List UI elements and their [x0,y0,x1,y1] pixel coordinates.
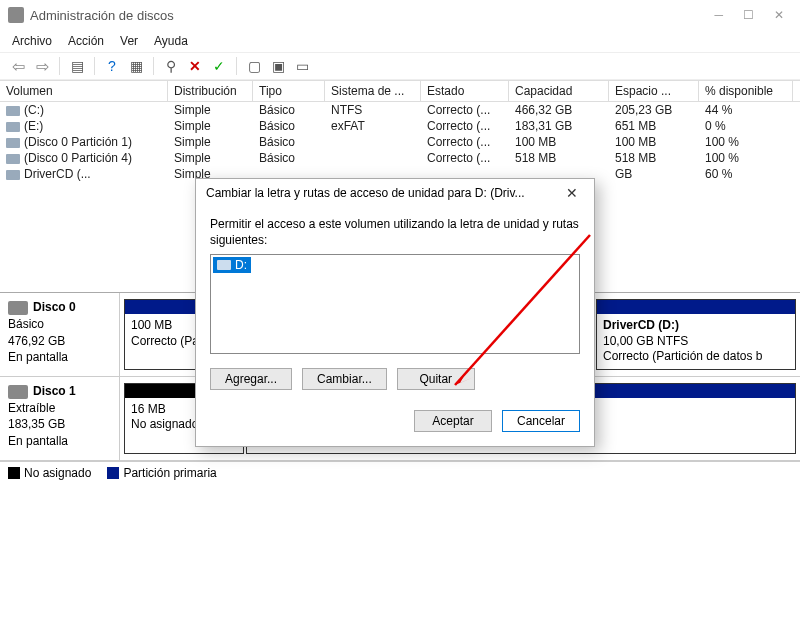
add-button[interactable]: Agregar... [210,368,292,390]
refresh-icon[interactable]: ⚲ [161,56,181,76]
menubar: Archivo Acción Ver Ayuda [0,30,800,52]
partition[interactable]: DriverCD (D:) 10,00 GB NTFS Correcto (Pa… [596,299,796,370]
menu-help[interactable]: Ayuda [154,34,188,48]
col-freespace[interactable]: Espacio ... [609,81,699,101]
col-percent[interactable]: % disponible [699,81,793,101]
menu-file[interactable]: Archivo [12,34,52,48]
change-button[interactable]: Cambiar... [302,368,387,390]
volume-icon [6,154,20,164]
volume-icon [6,122,20,132]
drive-icon [217,260,231,270]
remove-button[interactable]: Quitar [397,368,475,390]
folder-icon[interactable]: ▣ [268,56,288,76]
table-row[interactable]: (Disco 0 Partición 4) Simple Básico Corr… [0,150,800,166]
help-icon[interactable]: ? [102,56,122,76]
new-icon[interactable]: ▢ [244,56,264,76]
table-row[interactable]: (E:) Simple Básico exFAT Correcto (... 1… [0,118,800,134]
maximize-button[interactable]: ☐ [743,8,754,22]
app-icon [8,7,24,23]
dialog-close-button[interactable]: ✕ [560,185,584,201]
legend-swatch-primary [107,467,119,479]
col-capacity[interactable]: Capacidad [509,81,609,101]
toolbar: ⇦ ⇨ ▤ ? ▦ ⚲ ✕ ✓ ▢ ▣ ▭ [0,52,800,80]
col-volume[interactable]: Volumen [0,81,168,101]
volume-icon [6,170,20,180]
back-button[interactable]: ⇦ [8,56,28,76]
window-title: Administración de discos [30,8,714,23]
col-layout[interactable]: Distribución [168,81,253,101]
cancel-button[interactable]: Cancelar [502,410,580,432]
legend-swatch-unallocated [8,467,20,479]
dialog-instruction: Permitir el acceso a este volumen utiliz… [210,217,580,248]
volume-table-header: Volumen Distribución Tipo Sistema de ...… [0,80,800,102]
volume-icon [6,106,20,116]
col-status[interactable]: Estado [421,81,509,101]
details-icon[interactable]: ▦ [126,56,146,76]
menu-view[interactable]: Ver [120,34,138,48]
ok-button[interactable]: Aceptar [414,410,492,432]
disk-icon [8,301,28,315]
col-filesystem[interactable]: Sistema de ... [325,81,421,101]
view-list-icon[interactable]: ▤ [67,56,87,76]
legend: No asignado Partición primaria [0,461,800,484]
titlebar: Administración de discos ─ ☐ ✕ [0,0,800,30]
volume-icon [6,138,20,148]
change-drive-letter-dialog: Cambiar la letra y rutas de acceso de un… [195,178,595,447]
check-icon[interactable]: ✓ [209,56,229,76]
disk-icon [8,385,28,399]
disk-label[interactable]: Disco 1 Extraíble 183,35 GB En pantalla [0,377,120,460]
dialog-title: Cambiar la letra y rutas de acceso de un… [206,186,560,200]
drive-letter-listbox[interactable]: D: [210,254,580,354]
col-type[interactable]: Tipo [253,81,325,101]
list-item[interactable]: D: [213,257,251,273]
minimize-button[interactable]: ─ [714,8,723,22]
properties-icon[interactable]: ▭ [292,56,312,76]
volume-table-body: (C:) Simple Básico NTFS Correcto (... 46… [0,102,800,182]
forward-button[interactable]: ⇨ [32,56,52,76]
table-row[interactable]: (Disco 0 Partición 1) Simple Básico Corr… [0,134,800,150]
close-button[interactable]: ✕ [774,8,784,22]
delete-icon[interactable]: ✕ [185,56,205,76]
menu-action[interactable]: Acción [68,34,104,48]
disk-label[interactable]: Disco 0 Básico 476,92 GB En pantalla [0,293,120,376]
table-row[interactable]: (C:) Simple Básico NTFS Correcto (... 46… [0,102,800,118]
